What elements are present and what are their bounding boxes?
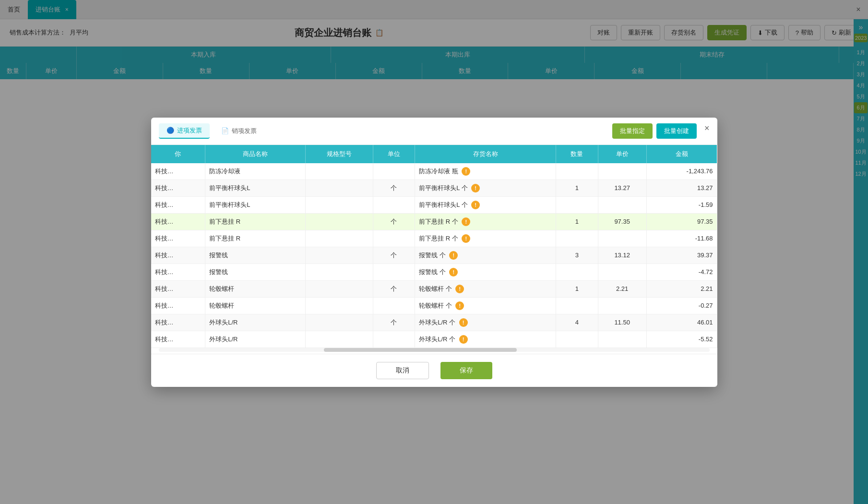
cell-stock: 防冻冷却液 瓶 ! xyxy=(415,163,556,180)
cell-company: 科技… xyxy=(151,280,205,297)
table-head: 你 商品名称 规格型号 单位 存货名称 数量 单价 金额 xyxy=(151,145,717,163)
cell-qty xyxy=(556,230,598,247)
cell-product: 防冻冷却液 xyxy=(205,163,306,180)
table-row[interactable]: 科技… 报警线 个 报警线 个 ! 3 13.12 39.37 xyxy=(151,247,717,264)
table-row[interactable]: 科技… 前下悬挂 R 前下悬挂 R 个 ! -11.68 xyxy=(151,230,717,247)
cell-qty xyxy=(556,196,598,213)
batch-assign-button[interactable]: 批量指定 xyxy=(612,123,653,139)
cell-product: 前平衡杆球头L xyxy=(205,196,306,213)
cell-price xyxy=(598,297,646,314)
cell-stock: 前平衡杆球头L 个 ! xyxy=(415,196,556,213)
cell-unit xyxy=(373,297,415,314)
warning-icon: ! xyxy=(462,234,470,243)
cell-company: 科技… xyxy=(151,297,205,314)
col-product: 商品名称 xyxy=(205,145,306,163)
modal-footer: 取消 保存 xyxy=(151,354,717,387)
table-body: 科技… 防冻冷却液 防冻冷却液 瓶 ! -1,243.76 科技… 前平衡杆球头… xyxy=(151,163,717,348)
cell-qty: 1 xyxy=(556,213,598,230)
cell-qty: 1 xyxy=(556,180,598,196)
cell-unit xyxy=(373,230,415,247)
table-row[interactable]: 科技… 轮毂螺杆 个 轮毂螺杆 个 ! 1 2.21 2.21 xyxy=(151,280,717,297)
cell-spec xyxy=(305,196,373,213)
cell-amount: 97.35 xyxy=(646,213,717,230)
col-stock: 存货名称 xyxy=(415,145,556,163)
warning-icon: ! xyxy=(455,301,464,310)
warning-icon: ! xyxy=(459,318,468,327)
cell-price: 2.21 xyxy=(598,280,646,297)
cell-price xyxy=(598,196,646,213)
cell-amount: 46.01 xyxy=(646,314,717,331)
tab-outgoing-invoice[interactable]: 📄 销项发票 xyxy=(214,124,264,138)
cell-stock: 外球头L/R 个 ! xyxy=(415,314,556,331)
cell-stock: 前下悬挂 R 个 ! xyxy=(415,230,556,247)
modal-table: 你 商品名称 规格型号 单位 存货名称 数量 单价 金额 科技… 防冻冷却液 xyxy=(151,145,717,348)
cell-amount: 39.37 xyxy=(646,247,717,264)
save-button[interactable]: 保存 xyxy=(440,362,492,379)
cell-amount: 2.21 xyxy=(646,280,717,297)
cell-product: 轮毂螺杆 xyxy=(205,280,306,297)
cell-company: 科技… xyxy=(151,264,205,280)
cell-price xyxy=(598,163,646,180)
modal-overlay: 🔵 进项发票 📄 销项发票 批量指定 批量创建 × 你 商品名称 规格型 xyxy=(0,0,868,504)
cell-product: 外球头L/R xyxy=(205,314,306,331)
cell-spec xyxy=(305,213,373,230)
cell-qty xyxy=(556,264,598,280)
modal-close-button[interactable]: × xyxy=(704,123,710,139)
cell-company: 科技… xyxy=(151,247,205,264)
warning-icon: ! xyxy=(455,285,464,293)
cell-price: 11.50 xyxy=(598,314,646,331)
table-row[interactable]: 科技… 前下悬挂 R 个 前下悬挂 R 个 ! 1 97.35 97.35 xyxy=(151,213,717,230)
cell-amount: -5.52 xyxy=(646,331,717,348)
cell-price: 97.35 xyxy=(598,213,646,230)
scroll-indicator[interactable] xyxy=(159,348,710,352)
modal-table-wrap: 你 商品名称 规格型号 单位 存货名称 数量 单价 金额 科技… 防冻冷却液 xyxy=(151,145,717,348)
cell-stock: 报警线 个 ! xyxy=(415,247,556,264)
cell-unit: 个 xyxy=(373,213,415,230)
table-row[interactable]: 科技… 前平衡杆球头L 前平衡杆球头L 个 ! -1.59 xyxy=(151,196,717,213)
cell-spec xyxy=(305,297,373,314)
table-row[interactable]: 科技… 外球头L/R 外球头L/R 个 ! -5.52 xyxy=(151,331,717,348)
modal-dialog: 🔵 进项发票 📄 销项发票 批量指定 批量创建 × 你 商品名称 规格型 xyxy=(151,118,717,387)
cell-qty xyxy=(556,331,598,348)
cell-stock: 前平衡杆球头L 个 ! xyxy=(415,180,556,196)
cell-spec xyxy=(305,230,373,247)
col-amount: 金额 xyxy=(646,145,717,163)
warning-icon: ! xyxy=(471,201,480,209)
cell-stock: 轮毂螺杆 个 ! xyxy=(415,280,556,297)
table-row[interactable]: 科技… 报警线 报警线 个 ! -4.72 xyxy=(151,264,717,280)
modal-header-right: 批量指定 批量创建 × xyxy=(612,123,710,139)
cell-price: 13.12 xyxy=(598,247,646,264)
cell-unit: 个 xyxy=(373,280,415,297)
cell-stock: 轮毂螺杆 个 ! xyxy=(415,297,556,314)
cell-unit: 个 xyxy=(373,180,415,196)
cancel-button[interactable]: 取消 xyxy=(376,362,429,379)
tab-incoming-invoice[interactable]: 🔵 进项发票 xyxy=(159,123,210,139)
cell-company: 科技… xyxy=(151,331,205,348)
cell-qty: 3 xyxy=(556,247,598,264)
table-row[interactable]: 科技… 外球头L/R 个 外球头L/R 个 ! 4 11.50 46.01 xyxy=(151,314,717,331)
cell-company: 科技… xyxy=(151,314,205,331)
incoming-tab-icon: 🔵 xyxy=(166,127,174,134)
col-company: 你 xyxy=(151,145,205,163)
cell-unit: 个 xyxy=(373,247,415,264)
cell-product: 前平衡杆球头L xyxy=(205,180,306,196)
cell-amount: -11.68 xyxy=(646,230,717,247)
cell-product: 报警线 xyxy=(205,264,306,280)
cell-unit xyxy=(373,331,415,348)
cell-spec xyxy=(305,247,373,264)
col-price: 单价 xyxy=(598,145,646,163)
cell-stock: 前下悬挂 R 个 ! xyxy=(415,213,556,230)
cell-spec xyxy=(305,180,373,196)
modal-header: 🔵 进项发票 📄 销项发票 批量指定 批量创建 × xyxy=(151,118,717,145)
table-row[interactable]: 科技… 轮毂螺杆 轮毂螺杆 个 ! -0.27 xyxy=(151,297,717,314)
cell-stock: 报警线 个 ! xyxy=(415,264,556,280)
cell-price xyxy=(598,230,646,247)
table-row[interactable]: 科技… 防冻冷却液 防冻冷却液 瓶 ! -1,243.76 xyxy=(151,163,717,180)
cell-qty xyxy=(556,297,598,314)
warning-icon: ! xyxy=(471,184,480,192)
cell-price xyxy=(598,264,646,280)
batch-create-button[interactable]: 批量创建 xyxy=(656,123,697,139)
cell-unit xyxy=(373,163,415,180)
cell-company: 科技… xyxy=(151,230,205,247)
table-row[interactable]: 科技… 前平衡杆球头L 个 前平衡杆球头L 个 ! 1 13.27 13.27 xyxy=(151,180,717,196)
